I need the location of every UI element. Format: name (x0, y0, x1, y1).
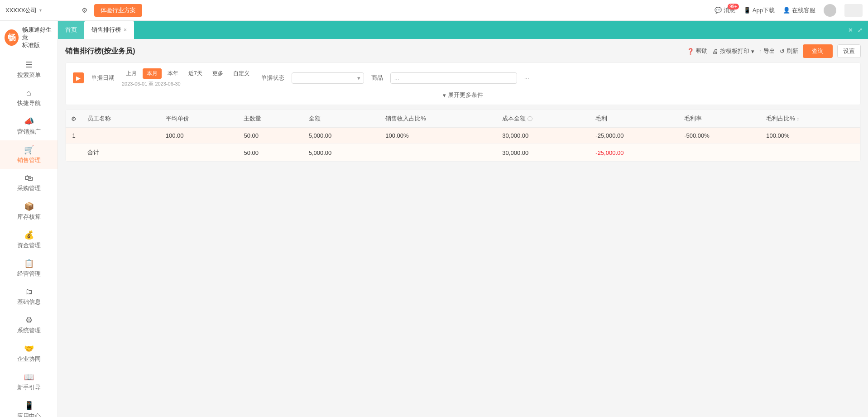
expand-conditions-btn[interactable]: ▾ 展开更多条件 (443, 91, 483, 99)
sidebar-item-apps[interactable]: 📱 应用中心 (0, 396, 58, 417)
th-cost: 成本全额 ⓘ (497, 110, 590, 128)
content-area: 首页 销售排行榜 × ✕ ⤢ 销售排行榜(按业务员) ❓ 帮助 (58, 21, 868, 417)
filter-row-1: ▶ 单据日期 上月 本月 本年 近7天 更多 自定义 2023-06-01 至 … (73, 68, 853, 87)
goods-input[interactable] (390, 72, 517, 84)
th-name: 员工名称 (82, 110, 160, 128)
date-btn-7days[interactable]: 近7天 (184, 68, 206, 79)
date-filter-group: 上月 本月 本年 近7天 更多 自定义 2023-06-01 至 2023-06… (122, 68, 254, 87)
basic-icon: 🗂 (25, 287, 33, 297)
footer-avg-price (160, 144, 239, 162)
avatar[interactable] (824, 4, 836, 17)
tab-sales-ranking[interactable]: 销售排行榜 × (84, 21, 134, 39)
tab-bar-right: ✕ ⤢ (848, 27, 868, 34)
th-sales-pct: 销售收入占比% (380, 110, 497, 128)
table-header-row: ⚙ 员工名称 平均单价 主数量 全额 销售收入占比% 成本全额 ⓘ 毛利 毛利率… (66, 110, 860, 128)
apps-icon: 📱 (24, 401, 34, 411)
cell-amount: 5,000.00 (303, 128, 380, 144)
settings-icon[interactable]: ⚙ (78, 4, 91, 17)
chevron-down-icon: ▾ (443, 92, 446, 99)
download-icon: 📱 (743, 7, 751, 14)
sidebar: 畅 畅康通好生意 标准版 ☰ 搜索菜单 ⌂ 快捷导航 📣 营销推广 🛒 销售管理… (0, 21, 58, 417)
footer-label: 合计 (82, 144, 160, 162)
sidebar-item-search[interactable]: ☰ 搜索菜单 (0, 55, 58, 84)
th-profit-pct: 毛利占比% ↕ (761, 110, 860, 128)
print-chevron-icon: ▾ (751, 48, 754, 55)
search-menu-icon: ☰ (25, 60, 33, 70)
th-settings[interactable]: ⚙ (66, 110, 82, 128)
footer-profit-rate (679, 144, 761, 162)
export-button[interactable]: ↑ 导出 (759, 47, 776, 55)
table-row: 1 100.00 50.00 5,000.00 100.00% 30,000.0… (66, 128, 860, 144)
top-bar: XXXXX公司 ▾ ⚙ 体验行业方案 💬 消息 99+ 📱 App下载 👤 在线… (0, 0, 868, 21)
sidebar-item-marketing[interactable]: 📣 营销推广 (0, 112, 58, 140)
date-filter-label: 单据日期 (91, 74, 115, 82)
app-download-button[interactable]: 📱 App下载 (743, 6, 775, 14)
date-btn-last-month[interactable]: 上月 (122, 68, 141, 79)
date-btn-this-year[interactable]: 本年 (163, 68, 182, 79)
tab-home-label: 首页 (65, 26, 77, 34)
page-header: 销售排行榜(按业务员) ❓ 帮助 🖨 按模板打印 ▾ ↑ 导出 (65, 44, 861, 58)
date-options: 上月 本月 本年 近7天 更多 自定义 (122, 68, 254, 79)
company-selector[interactable]: XXXXX公司 ▾ (5, 6, 78, 14)
goods-more-icon[interactable]: ··· (524, 75, 529, 81)
th-qty: 主数量 (238, 110, 303, 128)
tab-close-icon[interactable]: × (124, 27, 127, 33)
sidebar-item-basic[interactable]: 🗂 基础信息 (0, 283, 58, 311)
print-icon: 🖨 (712, 48, 718, 55)
sidebar-item-sales[interactable]: 🛒 销售管理 (0, 140, 58, 169)
cell-cost: 30,000.00 (497, 128, 590, 144)
sidebar-item-collab[interactable]: 🤝 企业协同 (0, 339, 58, 368)
sidebar-item-finance[interactable]: 💰 资金管理 (0, 225, 58, 254)
th-avg-price: 平均单价 (160, 110, 239, 128)
tab-window-close-icon[interactable]: ✕ (848, 27, 853, 34)
service-icon: 👤 (783, 7, 790, 14)
th-profit-rate: 毛利率 (679, 110, 761, 128)
date-btn-this-month[interactable]: 本月 (143, 68, 162, 79)
footer-profit: -25,000.00 (590, 144, 679, 162)
filter-expand-btn[interactable]: ▶ (73, 72, 84, 83)
sidebar-item-guide[interactable]: 📖 新手引导 (0, 368, 58, 396)
tab-home[interactable]: 首页 (58, 21, 84, 39)
export-icon: ↑ (759, 48, 762, 55)
collab-icon: 🤝 (24, 344, 34, 354)
cell-avg-price: 100.00 (160, 128, 239, 144)
help-button[interactable]: ❓ 帮助 (687, 47, 708, 55)
footer-sales-pct (380, 144, 497, 162)
refresh-button[interactable]: ↺ 刷新 (780, 47, 798, 55)
cell-profit: -25,000.00 (590, 128, 679, 144)
sidebar-item-shortcut[interactable]: ⌂ 快捷导航 (0, 84, 58, 112)
tab-window-restore-icon[interactable]: ⤢ (858, 27, 863, 34)
status-select-wrapper (292, 72, 364, 84)
cell-qty: 50.00 (238, 128, 303, 144)
user-name-display (844, 4, 863, 17)
home-icon: ⌂ (26, 88, 31, 98)
page-actions: ❓ 帮助 🖨 按模板打印 ▾ ↑ 导出 ↺ 刷新 (687, 44, 861, 58)
footer-amount: 5,000.00 (303, 144, 380, 162)
online-service-button[interactable]: 👤 在线客服 (783, 6, 815, 14)
finance-icon: 💰 (24, 230, 34, 240)
status-select[interactable] (292, 72, 364, 84)
footer-empty (66, 144, 82, 162)
marketing-icon: 📣 (24, 116, 34, 126)
footer-qty: 50.00 (238, 144, 303, 162)
sidebar-item-operation[interactable]: 📋 经营管理 (0, 254, 58, 283)
table-settings-button[interactable]: 设置 (837, 44, 861, 58)
date-btn-custom[interactable]: 自定义 (229, 68, 254, 79)
message-badge: 99+ (728, 4, 739, 10)
guide-icon: 📖 (24, 372, 34, 382)
query-button[interactable]: 查询 (803, 44, 833, 58)
sidebar-item-inventory[interactable]: 📦 库存核算 (0, 197, 58, 225)
sidebar-item-purchase[interactable]: 🛍 采购管理 (0, 169, 58, 197)
messages-button[interactable]: 💬 消息 99+ (715, 6, 735, 14)
date-btn-more[interactable]: 更多 (208, 68, 227, 79)
data-table-card: ⚙ 员工名称 平均单价 主数量 全额 销售收入占比% 成本全额 ⓘ 毛利 毛利率… (65, 110, 861, 162)
sales-icon: 🛒 (24, 145, 34, 155)
operation-icon: 📋 (24, 259, 34, 268)
page-body: 销售排行榜(按业务员) ❓ 帮助 🖨 按模板打印 ▾ ↑ 导出 (58, 39, 868, 417)
sidebar-item-system[interactable]: ⚙ 系统管理 (0, 311, 58, 339)
trial-button[interactable]: 体验行业方案 (94, 4, 142, 17)
status-filter-label: 单据状态 (261, 74, 284, 82)
goods-filter-label: 商品 (371, 74, 383, 82)
template-print-button[interactable]: 🖨 按模板打印 ▾ (712, 47, 754, 55)
logo-icon: 畅 (5, 29, 19, 46)
